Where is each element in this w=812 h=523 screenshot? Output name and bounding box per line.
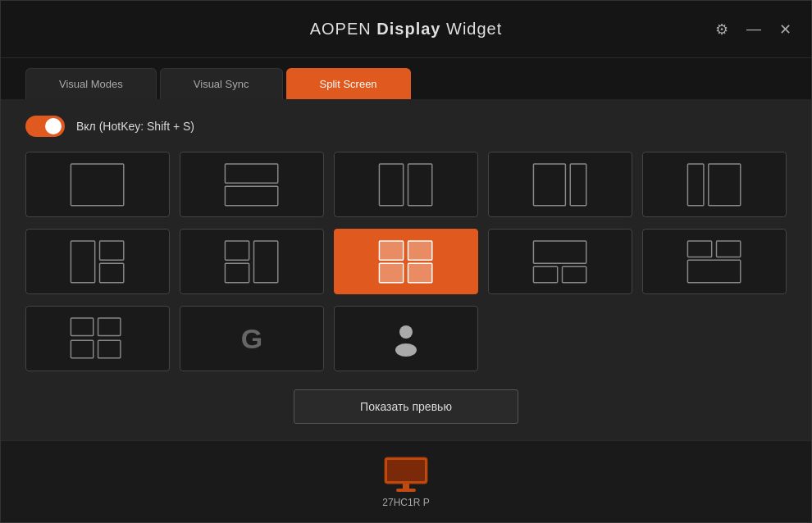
enable-toggle[interactable] [25,116,65,137]
monitor-svg [383,456,429,493]
svg-rect-32 [387,460,425,481]
preview-button[interactable]: Показать превью [294,389,518,424]
svg-rect-3 [380,164,404,206]
title-bold: Display [376,20,440,38]
app-title: AOPEN Display Widget [310,20,503,39]
svg-rect-23 [717,241,741,257]
title-bar: AOPEN Display Widget ⚙ — ✕ [1,1,811,58]
svg-rect-10 [100,241,124,260]
layout-two-left-uneven[interactable] [488,152,632,217]
svg-rect-7 [688,164,704,206]
svg-rect-18 [408,263,432,282]
svg-rect-11 [100,263,124,282]
layout-grid: G [25,152,787,373]
footer: 27HC1R P [1,440,811,522]
window-controls: ⚙ — ✕ [712,17,795,42]
svg-rect-9 [71,241,95,283]
svg-rect-27 [71,340,94,357]
layout-two-horizontal[interactable] [180,152,324,217]
svg-rect-22 [688,241,712,257]
settings-button[interactable]: ⚙ [712,17,732,42]
layout-single[interactable] [25,152,170,217]
person-svg [388,321,424,357]
svg-rect-14 [254,241,278,283]
layout-three-right[interactable] [180,229,324,294]
svg-rect-26 [98,318,121,335]
tab-bar: Visual Modes Visual Sync Split Screen [1,58,811,99]
layout-two-right-uneven[interactable] [642,152,787,217]
close-button[interactable]: ✕ [776,17,795,42]
app-window: AOPEN Display Widget ⚙ — ✕ Visual Modes … [0,0,812,523]
layout-g-logo[interactable]: G [180,306,324,371]
main-content: Вкл (HotKey: Shift + S) [1,99,811,440]
minimize-button[interactable]: — [743,17,764,41]
toggle-row: Вкл (HotKey: Shift + S) [25,116,787,137]
svg-rect-2 [226,186,278,205]
layout-person[interactable] [334,306,478,371]
svg-rect-17 [380,263,404,282]
svg-rect-24 [688,260,741,282]
tab-visual-sync[interactable]: Visual Sync [160,68,283,99]
svg-rect-28 [98,340,121,357]
svg-rect-20 [534,266,558,282]
title-end: Widget [440,20,502,38]
g-letter: G [241,323,262,355]
svg-rect-8 [709,164,741,206]
svg-rect-4 [408,164,432,206]
svg-rect-6 [571,164,586,206]
svg-rect-13 [226,263,249,282]
svg-rect-1 [226,164,278,183]
monitor-icon[interactable]: 27HC1R P [382,456,429,508]
preview-button-row: Показать превью [25,389,787,424]
svg-rect-16 [408,241,432,260]
svg-rect-25 [71,318,94,335]
svg-rect-34 [396,489,416,492]
layout-four-grid[interactable] [25,306,170,371]
svg-point-30 [395,343,417,357]
svg-point-29 [399,325,413,339]
title-text: AOPEN [310,20,377,38]
toggle-label: Вкл (HotKey: Shift + S) [76,120,194,133]
svg-rect-19 [534,241,586,263]
tab-split-screen[interactable]: Split Screen [286,68,411,99]
monitor-label: 27HC1R P [382,497,429,508]
layout-three-top[interactable] [642,229,787,294]
layout-three-left[interactable] [25,229,170,294]
svg-rect-21 [563,266,586,282]
svg-rect-15 [380,241,404,260]
svg-rect-12 [226,241,249,260]
svg-rect-33 [403,484,409,489]
svg-rect-0 [71,164,124,206]
toggle-knob [45,118,62,134]
layout-two-vertical[interactable] [334,152,478,217]
svg-rect-5 [534,164,566,206]
tab-visual-modes[interactable]: Visual Modes [25,68,157,99]
layout-three-bottom[interactable] [488,229,632,294]
layout-four-quad[interactable] [334,229,478,294]
